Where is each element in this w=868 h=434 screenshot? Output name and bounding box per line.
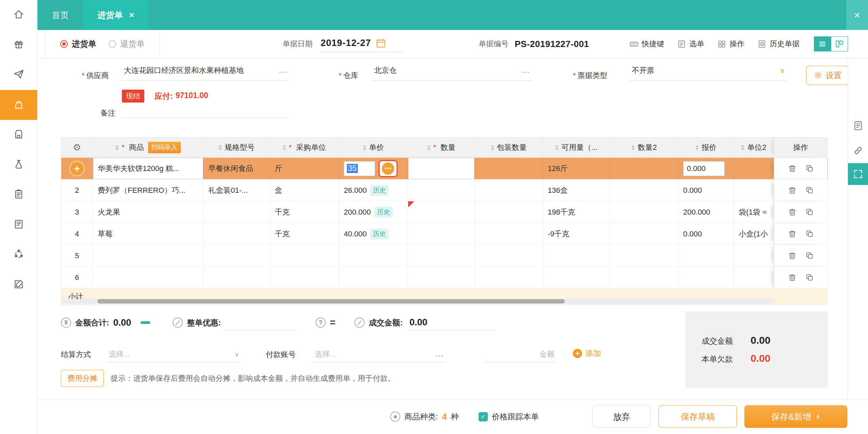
sort-icon[interactable] [219, 145, 222, 150]
price-track-checkbox-group[interactable]: ✓ 价格跟踪本单 [479, 399, 539, 434]
table-row[interactable]: 4草莓千克40.000历史-9千克0.000小盒(1小 [61, 223, 827, 245]
qty-cell[interactable] [408, 158, 475, 179]
sidebar-item-compose[interactable] [0, 270, 37, 300]
sort-icon[interactable] [491, 145, 494, 150]
col-header-pack-qty[interactable]: 包装数量 [475, 138, 543, 157]
warehouse-field[interactable]: 北京仓 ... [372, 64, 532, 81]
table-row[interactable]: 3火龙果千克200.000历史198千克200.000袋(1袋 ≈ [61, 201, 827, 223]
qty-cell[interactable] [408, 223, 475, 245]
qty-cell[interactable] [408, 201, 475, 223]
product-cell[interactable]: 华美华夫软饼1200g 糕... [93, 158, 204, 179]
invoice-type-field[interactable]: 不开票 ∨ [630, 64, 787, 81]
price-cell[interactable]: 200.000历史 [339, 201, 408, 223]
caret-up-icon[interactable]: ∧ [816, 413, 820, 420]
cost-share-button[interactable]: 费用分摊 [61, 370, 104, 387]
spec-cell[interactable]: 早餐休闲食品 [204, 158, 270, 179]
product-cell[interactable]: 草莓 [93, 223, 204, 245]
unit-cell[interactable] [270, 267, 339, 288]
deal-amount-field[interactable]: 0.00 [407, 315, 495, 330]
quote-cell[interactable]: 0.000 [678, 180, 734, 201]
delete-row-icon[interactable] [788, 251, 797, 260]
checkbox-checked-icon[interactable]: ✓ [479, 412, 488, 421]
price-more-button[interactable]: ⋯ [382, 162, 394, 175]
quote-cell[interactable] [678, 267, 734, 288]
radio-purchase-order[interactable]: 进货单 [60, 38, 96, 49]
history-badge[interactable]: 历史 [370, 185, 388, 196]
col-header-spec[interactable]: 规格型号 [204, 138, 270, 157]
sort-icon[interactable] [631, 145, 635, 150]
pay-account-select[interactable]: 选择... ... [313, 346, 446, 362]
collapse-dash-icon[interactable] [141, 321, 150, 324]
sidebar-item-purchase[interactable] [0, 90, 37, 120]
sort-icon[interactable] [427, 145, 431, 150]
link-panel-button[interactable] [848, 138, 868, 163]
price-more-focus-ring[interactable]: ⋯ [379, 160, 398, 177]
tab-close-icon[interactable]: × [129, 10, 134, 20]
col-header-unit2[interactable]: 单位2 [734, 138, 774, 157]
table-row[interactable]: 5 [61, 245, 827, 267]
unit-cell[interactable]: 千克 [270, 201, 339, 223]
sidebar-item-ledger[interactable] [0, 210, 37, 240]
unit2-cell[interactable]: 袋(1袋 ≈ [734, 201, 774, 223]
quote-cell[interactable]: 0.000 [678, 223, 734, 245]
qty-cell[interactable] [408, 180, 475, 201]
shortcut-keys-button[interactable]: 快捷键 [629, 39, 664, 49]
tab-home[interactable]: 首页 [37, 0, 83, 30]
spec-cell[interactable] [204, 245, 270, 266]
board-view-toggle[interactable] [831, 36, 848, 51]
row-number-cell[interactable]: 4 [61, 223, 93, 245]
price-cell[interactable] [339, 267, 408, 288]
spec-cell[interactable]: 礼盒装01-... [204, 180, 270, 201]
sort-icon[interactable] [695, 145, 699, 150]
select-doc-button[interactable]: 选单 [677, 39, 704, 49]
gear-icon[interactable]: ⚙ [73, 142, 81, 153]
copy-row-icon[interactable] [805, 186, 814, 195]
supplier-more-button[interactable]: ... [279, 66, 287, 75]
delete-row-icon[interactable] [788, 164, 797, 173]
calendar-icon[interactable] [376, 38, 386, 48]
abandon-button[interactable]: 放弃 [592, 405, 651, 428]
quote-cell[interactable]: 200.000 [678, 201, 734, 223]
row-number-cell[interactable]: + [61, 158, 93, 179]
list-view-toggle[interactable] [814, 36, 831, 51]
col-header-available[interactable]: 可用量（... [543, 138, 610, 157]
history-badge[interactable]: 历史 [370, 229, 388, 239]
settings-button[interactable]: 设置 [806, 66, 849, 85]
qty-cell[interactable] [408, 267, 475, 288]
sidebar-item-send[interactable] [0, 60, 37, 90]
spec-cell[interactable] [204, 201, 270, 223]
col-header-qty2[interactable]: 数量2 [610, 138, 678, 157]
sidebar-item-flask[interactable] [0, 150, 37, 180]
sort-icon[interactable] [115, 145, 119, 150]
col-header-quote[interactable]: 报价 [678, 138, 734, 157]
save-draft-button[interactable]: 保存草稿 [659, 405, 737, 428]
product-cell[interactable]: 费列罗（FERRERO）巧... [93, 180, 204, 201]
qty2-cell[interactable] [610, 201, 678, 223]
col-header-product[interactable]: * 商品 扫码录入 [93, 138, 204, 157]
remark-field[interactable] [122, 102, 289, 118]
price-input[interactable]: 35 [344, 161, 375, 176]
warehouse-more-button[interactable]: ... [522, 66, 530, 75]
help-icon[interactable]: ? [316, 317, 326, 328]
chevron-down-icon[interactable]: ∨ [780, 66, 785, 75]
unit-cell[interactable]: 斤 [270, 158, 339, 179]
expand-button[interactable] [848, 163, 868, 185]
price-cell[interactable]: 35⋯ [339, 158, 408, 179]
sidebar-item-clipboard[interactable] [0, 180, 37, 210]
pack-qty-cell[interactable] [475, 158, 543, 179]
horizontal-scrollbar[interactable] [61, 299, 774, 304]
unit2-cell[interactable] [734, 158, 774, 179]
delete-row-icon[interactable] [788, 273, 797, 282]
copy-row-icon[interactable] [805, 208, 814, 216]
sort-icon[interactable] [555, 145, 559, 150]
spec-cell[interactable] [204, 267, 270, 288]
history-badge[interactable]: 历史 [374, 207, 393, 218]
unit-cell[interactable] [270, 245, 339, 266]
row-number-cell[interactable]: 6 [61, 267, 93, 288]
note-panel-button[interactable] [848, 113, 868, 138]
pay-amount-input[interactable]: 金额 [484, 346, 557, 362]
price-cell[interactable]: 40.000历史 [339, 223, 408, 245]
col-header-price[interactable]: 单价 [339, 138, 408, 157]
table-config-cell[interactable]: ⚙ [61, 138, 93, 157]
qty2-cell[interactable] [610, 180, 678, 201]
